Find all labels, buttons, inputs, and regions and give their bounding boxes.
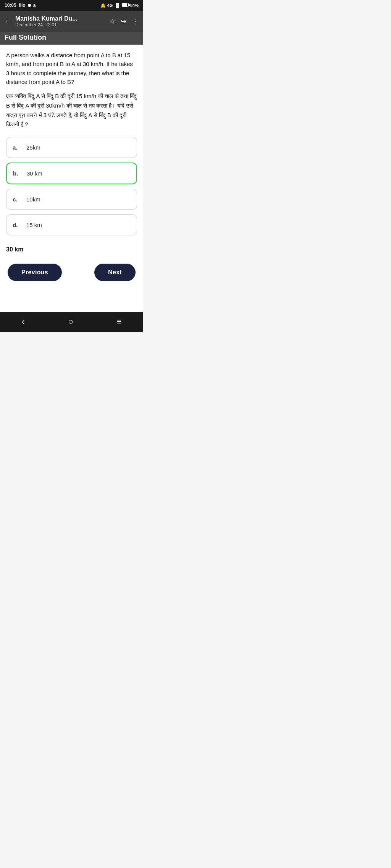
question-english: A person walks a distance from point A t… bbox=[6, 51, 137, 86]
status-right: 🔔 4G ▐▌ 84% bbox=[100, 3, 139, 8]
option-b[interactable]: b. 30 km bbox=[6, 163, 137, 184]
share-icon[interactable]: ↪ bbox=[121, 17, 126, 26]
status-a-icon: a bbox=[33, 3, 36, 8]
status-dot1 bbox=[28, 4, 31, 7]
app-bar-left: ← Manisha Kumari Du... December 24, 22:0… bbox=[5, 15, 78, 27]
signal-icon: ▐▌ bbox=[114, 3, 120, 8]
star-icon[interactable]: ☆ bbox=[109, 17, 115, 26]
option-b-text: 30 km bbox=[27, 170, 42, 177]
vol-icon: 🔔 bbox=[100, 3, 106, 8]
main-content: A person walks a distance from point A t… bbox=[0, 45, 143, 259]
options-block: a. 25km b. 30 km c. 10km d. 15 km bbox=[6, 137, 137, 235]
option-c-text: 10km bbox=[26, 196, 40, 203]
status-network: filo bbox=[19, 3, 26, 8]
option-d-text: 15 km bbox=[26, 222, 42, 228]
option-d-label: d. bbox=[13, 222, 20, 228]
lte-icon: 4G bbox=[107, 3, 113, 8]
full-solution-bar: Full Solution bbox=[0, 32, 143, 45]
option-b-label: b. bbox=[13, 170, 21, 177]
bottom-home-button[interactable]: ○ bbox=[62, 315, 79, 328]
full-solution-label: Full Solution bbox=[5, 34, 46, 41]
answer-display: 30 km bbox=[6, 243, 137, 259]
nav-bar: Previous Next bbox=[0, 259, 143, 289]
battery-indicator bbox=[122, 3, 129, 8]
bottom-back-button[interactable]: ‹ bbox=[16, 315, 31, 329]
app-bar-title: Manisha Kumari Du... December 24, 22:01 bbox=[15, 15, 78, 27]
option-d[interactable]: d. 15 km bbox=[6, 214, 137, 235]
battery-pct: 84% bbox=[130, 3, 139, 8]
chat-subtitle: December 24, 22:01 bbox=[15, 22, 78, 27]
app-bar-right: ☆ ↪ ⋮ bbox=[109, 17, 139, 26]
option-a[interactable]: a. 25km bbox=[6, 137, 137, 158]
option-c[interactable]: c. 10km bbox=[6, 189, 137, 210]
option-a-text: 25km bbox=[26, 144, 40, 151]
status-time: 10:05 bbox=[5, 3, 16, 8]
bottom-nav: ‹ ○ ≡ bbox=[0, 312, 143, 332]
status-bar: 10:05 filo a 🔔 4G ▐▌ 84% bbox=[0, 0, 143, 11]
question-hindi: एक व्यक्ति बिंदु A से बिंदु B की दूरी 15… bbox=[6, 92, 137, 129]
question-block: A person walks a distance from point A t… bbox=[6, 51, 137, 129]
previous-button[interactable]: Previous bbox=[8, 264, 62, 281]
chat-title: Manisha Kumari Du... bbox=[15, 15, 78, 22]
option-a-label: a. bbox=[13, 144, 20, 151]
next-button[interactable]: Next bbox=[94, 264, 136, 281]
back-button[interactable]: ← bbox=[5, 17, 12, 26]
status-left: 10:05 filo a bbox=[5, 3, 36, 8]
option-c-label: c. bbox=[13, 196, 20, 203]
spacer bbox=[0, 289, 143, 312]
more-icon[interactable]: ⋮ bbox=[132, 17, 139, 26]
bottom-menu-button[interactable]: ≡ bbox=[110, 315, 128, 328]
app-bar: ← Manisha Kumari Du... December 24, 22:0… bbox=[0, 11, 143, 32]
